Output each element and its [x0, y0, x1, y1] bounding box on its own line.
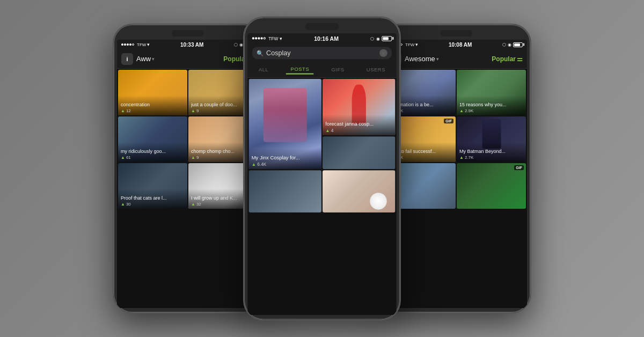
signal-dots: [252, 37, 266, 39]
item-label: My Batman Beyond... ▲ 2.7K: [457, 142, 526, 162]
community-title[interactable]: Awesome ▾: [405, 55, 439, 63]
list-item[interactable]: [249, 170, 321, 213]
vote-count-wrap: ▲ 30: [121, 202, 185, 207]
post-image: [323, 170, 395, 213]
status-bar-right: TFW ▾ 10:08 AM ⬡ ◉: [385, 40, 527, 49]
upvote-icon: ▲: [121, 202, 125, 207]
post-image: [323, 136, 395, 169]
sort-icon: ⚌: [517, 55, 523, 63]
wifi-icon: ▾: [280, 35, 282, 41]
vote-count-wrap: ▲ 4: [325, 128, 392, 133]
wifi-icon: ▾: [147, 42, 150, 47]
phone-right: TFW ▾ 10:08 AM ⬡ ◉ i: [381, 24, 531, 313]
signal-dots: [121, 43, 134, 46]
signal-dot-5: [264, 37, 266, 39]
list-item[interactable]: forecast janna cosp... ▲ 4: [323, 79, 395, 135]
upvote-icon: ▲: [252, 162, 256, 166]
battery-indicator: [382, 36, 392, 41]
app-nav-right: i Awesome ▾ Popular ⚌: [385, 49, 527, 69]
status-left: TFW ▾: [121, 42, 150, 47]
gif-badge: GIF: [444, 119, 453, 123]
vote-count: 4: [331, 128, 334, 133]
phone-left-screen: TFW ▾ 10:33 AM ⬡ ◉ i: [117, 40, 259, 308]
vote-count-wrap: ▲ 2.9K: [459, 108, 523, 113]
status-bar-left: TFW ▾ 10:33 AM ⬡ ◉: [117, 40, 259, 49]
upvote-icon: ▲: [459, 155, 464, 160]
status-time: 10:33 AM: [180, 42, 204, 48]
item-label: my ridiculously goo... ▲ 61: [118, 142, 187, 162]
post-title: My Batman Beyond...: [459, 149, 523, 154]
vote-count: 9: [196, 108, 199, 113]
battery-indicator: [513, 42, 523, 47]
item-label: concentration ▲ 12: [118, 96, 187, 115]
list-item[interactable]: concentration ▲ 12: [118, 70, 187, 115]
signal-dot-5: [132, 43, 134, 46]
upvote-icon: ▲: [121, 155, 125, 160]
signal-dot-1: [252, 37, 254, 39]
upvote-icon: ▲: [121, 108, 125, 113]
grid-container-right: imagination is a be... ▲ 4.5K 15 reasons…: [385, 69, 527, 210]
vote-count: 61: [126, 155, 131, 160]
list-item[interactable]: 15 reasons why you... ▲ 2.9K: [457, 70, 526, 115]
signal-dot-2: [124, 43, 126, 46]
search-input-wrap[interactable]: 🔍 Cosplay ✕: [252, 47, 392, 59]
tab-all[interactable]: ALL: [254, 66, 273, 74]
search-clear-button[interactable]: ✕: [379, 49, 387, 57]
posts-grid-left: concentration ▲ 12 just a couple of doo.…: [117, 69, 259, 308]
app-logo: i: [121, 53, 133, 65]
list-item[interactable]: [323, 170, 395, 213]
search-bar[interactable]: 🔍 Cosplay ✕: [247, 43, 396, 63]
bluetooth-icon: ⬡: [370, 36, 374, 41]
vote-count-wrap: ▲ 6.4K: [252, 162, 319, 166]
vote-count-wrap: ▲ 12: [121, 108, 185, 113]
cosplay-right-col: forecast janna cosp... ▲ 4: [323, 79, 395, 169]
chevron-down-icon: ▾: [436, 56, 439, 62]
search-input[interactable]: Cosplay: [266, 49, 377, 57]
bluetooth-icon: ⬡: [234, 42, 238, 47]
battery-fill: [514, 43, 520, 46]
phone-right-body: TFW ▾ 10:08 AM ⬡ ◉ i: [381, 24, 531, 313]
cosplay-grid-container: My Jinx Cosplay for... ▲ 6.4K: [247, 78, 396, 214]
tab-posts[interactable]: POSTS: [286, 65, 313, 75]
tab-gifs[interactable]: GIFS: [327, 66, 349, 74]
post-title: 15 reasons why you...: [459, 102, 523, 107]
post-image: [249, 170, 321, 213]
phone-center-screen: TFW ▾ 10:16 AM ⬡ ◉ 🔍: [247, 33, 396, 315]
community-title[interactable]: Aww ▾: [136, 55, 155, 63]
list-item[interactable]: [323, 136, 395, 169]
signal-dot-3: [258, 37, 260, 39]
phone-center: TFW ▾ 10:16 AM ⬡ ◉ 🔍: [243, 17, 401, 321]
upvote-icon: ▲: [191, 202, 195, 207]
post-title: My Jinx Cosplay for...: [252, 155, 319, 161]
post-title: my ridiculously goo...: [121, 149, 185, 154]
battery-fill: [383, 37, 388, 40]
list-item[interactable]: my ridiculously goo... ▲ 61: [118, 116, 187, 162]
vote-count: 6.4K: [257, 162, 266, 166]
list-item[interactable]: My Batman Beyond... ▲ 2.7K: [457, 116, 526, 162]
phone-right-screen: TFW ▾ 10:08 AM ⬡ ◉ i: [385, 40, 527, 308]
tab-users[interactable]: USERS: [362, 66, 390, 74]
vote-count-wrap: ▲ 61: [121, 155, 185, 160]
status-bar-center: TFW ▾ 10:16 AM ⬡ ◉: [247, 33, 396, 43]
signal-dot-1: [121, 43, 123, 46]
grid-container-left: concentration ▲ 12 just a couple of doo.…: [117, 69, 259, 210]
list-item[interactable]: Proof that cats are l... ▲ 30: [118, 163, 187, 209]
location-icon: ◉: [376, 36, 380, 41]
vote-count: 2.9K: [465, 108, 473, 113]
phone-left: TFW ▾ 10:33 AM ⬡ ◉ i: [113, 24, 263, 313]
vote-count: 30: [126, 202, 131, 207]
vote-count: 2.7K: [465, 155, 473, 160]
community-name: Aww: [136, 55, 151, 63]
app-nav-left: i Aww ▾ Popular ⚌: [117, 49, 259, 69]
post-title: forecast janna cosp...: [325, 121, 392, 127]
carrier-label: TFW: [405, 42, 414, 47]
upvote-icon: ▲: [459, 108, 464, 113]
item-label: Proof that cats are l... ▲ 30: [118, 189, 187, 209]
sort-button[interactable]: Popular ⚌: [492, 55, 523, 63]
tab-bar: ALL POSTS GIFS USERS: [247, 63, 396, 78]
list-item[interactable]: GIF: [457, 163, 526, 209]
phone-center-body: TFW ▾ 10:16 AM ⬡ ◉ 🔍: [243, 17, 401, 321]
community-name: Awesome: [405, 55, 435, 63]
upvote-icon: ▲: [191, 155, 195, 160]
list-item[interactable]: My Jinx Cosplay for... ▲ 6.4K: [249, 79, 321, 169]
